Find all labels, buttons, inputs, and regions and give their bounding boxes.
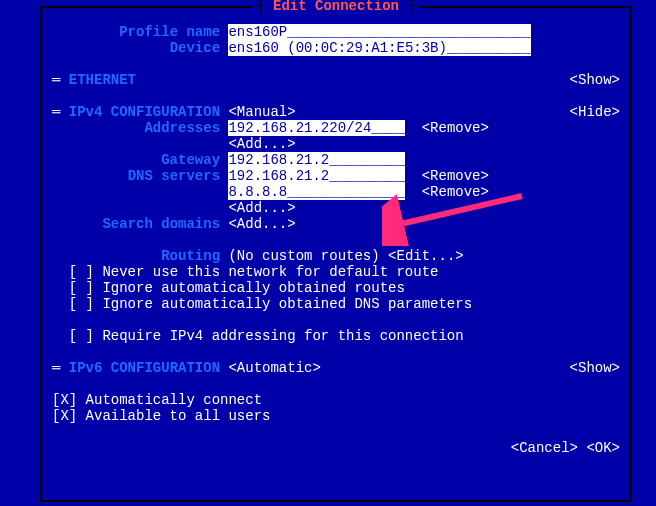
search-domains-add-button[interactable]: <Add...> [228,216,295,232]
device-input[interactable]: ens160 (00:0C:29:A1:E5:3B)__________ [228,40,530,56]
gateway-input[interactable]: 192.168.21.2_________ [228,152,404,168]
routing-edit-button[interactable]: <Edit...> [388,248,464,264]
address-add-button[interactable]: <Add...> [228,136,295,152]
profile-name-input[interactable]: ens160P_____________________________ [228,24,530,40]
checkbox-all-users[interactable]: [X] Available to all users [52,408,270,424]
ipv6-mode-select[interactable]: <Automatic> [228,360,320,376]
checkbox-require-ipv4[interactable]: [ ] Require IPv4 addressing for this con… [69,328,464,344]
ethernet-show-button[interactable]: <Show> [570,72,620,88]
dns-remove-0[interactable]: <Remove> [422,168,489,184]
dns-input-1[interactable]: 8.8.8.8______________ [228,184,404,200]
device-label: Device [170,40,220,56]
ipv6-section: IPv6 CONFIGURATION [69,360,220,376]
edit-connection-dialog: ┤ Edit Connection ├ Profile name ens160P… [40,6,632,502]
ipv6-show-button[interactable]: <Show> [570,360,620,376]
checkbox-ignore-routes[interactable]: [ ] Ignore automatically obtained routes [69,280,405,296]
dns-label: DNS servers [128,168,220,184]
profile-name-label: Profile name [119,24,220,40]
ipv4-mode-select[interactable]: <Manual> [228,104,295,120]
checkbox-default-route[interactable]: [ ] Never use this network for default r… [69,264,439,280]
checkbox-auto-connect[interactable]: [X] Automatically connect [52,392,262,408]
address-remove-0[interactable]: <Remove> [422,120,489,136]
dns-add-button[interactable]: <Add...> [228,200,295,216]
routing-label: Routing [161,248,220,264]
dialog-title: ┤ Edit Connection ├ [252,0,420,14]
ok-button[interactable]: <OK> [586,440,620,456]
routing-text: (No custom routes) [228,248,379,264]
cancel-button[interactable]: <Cancel> [511,440,578,456]
ipv4-hide-button[interactable]: <Hide> [570,104,620,120]
addresses-label: Addresses [144,120,220,136]
address-input-0[interactable]: 192.168.21.220/24____ [228,120,404,136]
checkbox-ignore-dns[interactable]: [ ] Ignore automatically obtained DNS pa… [69,296,472,312]
ethernet-section: ETHERNET [69,72,136,88]
search-domains-label: Search domains [102,216,220,232]
ipv4-section: IPv4 CONFIGURATION [69,104,220,120]
dns-input-0[interactable]: 192.168.21.2_________ [228,168,404,184]
dns-remove-1[interactable]: <Remove> [422,184,489,200]
gateway-label: Gateway [161,152,220,168]
